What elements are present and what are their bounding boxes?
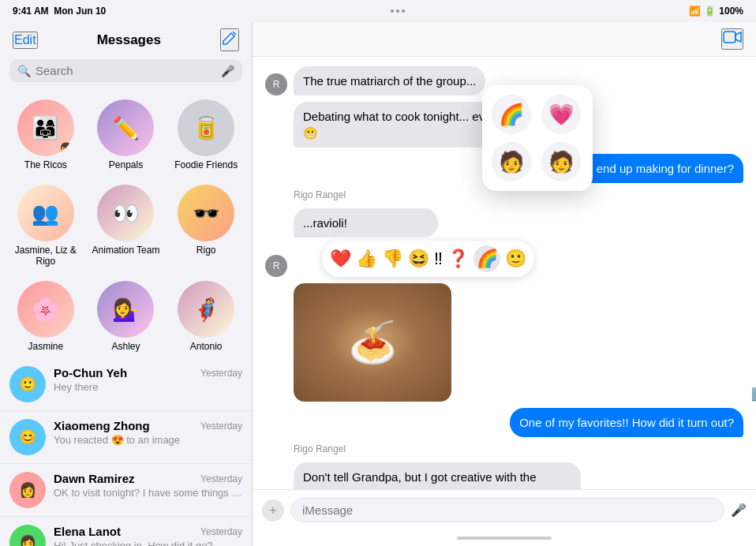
- conv-time-dawn: Yesterday: [200, 473, 242, 484]
- conv-item-dawn[interactable]: 👩 Dawn Ramirez Yesterday OK to visit ton…: [0, 464, 252, 517]
- conv-info-xiaomeng: Xiaomeng Zhong Yesterday You reacted 😍 t…: [54, 419, 242, 446]
- msg-bubble-ravioli: ...ravioli!: [294, 208, 438, 237]
- pinned-name-antonio: Antonio: [190, 341, 223, 352]
- sender-label-grandpa: Rigo Rangel: [294, 443, 743, 454]
- app-container: Edit Messages 🔍 🎤 👨‍👩‍👧 👦: [0, 22, 756, 546]
- tapback-exclaim[interactable]: ‼️: [434, 249, 443, 269]
- msg-row-image: 🍝 ⬆️: [265, 283, 743, 402]
- pinned-name-jasmine: Jasmine: [28, 341, 63, 352]
- conv-time-pochun: Yesterday: [200, 368, 242, 379]
- pinned-item-antonio[interactable]: 🦸 Antonio: [167, 275, 245, 358]
- conv-name-xiaomeng: Xiaomeng Zhong: [54, 419, 150, 432]
- food-image-content: 🍝: [294, 283, 451, 402]
- pinned-avatar-rigo: 🕶️: [178, 185, 234, 241]
- wifi-icon: 📶: [689, 6, 701, 17]
- conv-item-elena[interactable]: 👩 Elena Lanot Yesterday Hi! Just checkin…: [0, 517, 252, 546]
- conv-item-pochun[interactable]: 🙂 Po-Chun Yeh Yesterday Hey there: [0, 358, 252, 411]
- tapback-thumbsdown[interactable]: 👎: [382, 249, 403, 269]
- pinned-item-ashley[interactable]: 💁‍♀️ Ashley: [87, 275, 166, 358]
- imessage-input[interactable]: [290, 498, 724, 522]
- conv-item-xiaomeng[interactable]: 😊 Xiaomeng Zhong Yesterday You reacted 😍…: [0, 411, 252, 464]
- svg-rect-0: [724, 32, 735, 43]
- conv-preview-xiaomeng: You reacted 😍 to an image: [54, 434, 242, 446]
- status-time: 9:41 AM Mon Jun 10: [13, 6, 106, 17]
- pinned-item-jasmine[interactable]: 🌸 Jasmine: [6, 275, 85, 358]
- conversation-list: 🙂 Po-Chun Yeh Yesterday Hey there 😊 Xiao…: [0, 358, 252, 546]
- pinned-item-animation[interactable]: 👀 Animation Team: [87, 178, 166, 273]
- conv-time-xiaomeng: Yesterday: [200, 421, 242, 432]
- search-input[interactable]: [36, 64, 216, 77]
- share-icon[interactable]: ⬆️: [751, 387, 756, 402]
- home-indicator: [253, 530, 756, 546]
- sidebar-header: Edit Messages: [0, 22, 252, 54]
- plus-button[interactable]: +: [262, 499, 284, 522]
- msg-avatar-rigo: R: [265, 73, 287, 95]
- conv-preview-pochun: Hey there: [54, 381, 242, 393]
- msg-row-6: R Don't tell Grandpa, but I got creative…: [265, 462, 743, 489]
- status-indicators: 📶 🔋 100%: [689, 6, 743, 17]
- reaction-person2[interactable]: 🧑: [541, 142, 581, 181]
- pinned-name-ricos: The Ricos: [24, 159, 67, 170]
- pinned-name-foodie: Foodie Friends: [174, 159, 238, 170]
- msg-bubble-5: One of my favorites!! How did it turn ou…: [510, 408, 743, 437]
- battery-icon: 🔋: [704, 6, 716, 17]
- conv-info-elena: Elena Lanot Yesterday Hi! Just checking …: [54, 525, 242, 546]
- pinned-item-rigo[interactable]: 🕶️ Rigo: [167, 178, 245, 273]
- pinned-avatar-jasmine: 🌸: [17, 281, 74, 338]
- pinned-avatar-animation: 👀: [97, 185, 154, 241]
- tapback-question[interactable]: ❓: [447, 249, 469, 269]
- pinned-name-rigo: Rigo: [196, 245, 216, 256]
- msg-row-5: One of my favorites!! How did it turn ou…: [265, 408, 743, 437]
- conv-preview-elena: Hi! Just checking in. How did it go?: [54, 540, 242, 546]
- conv-avatar-xiaomeng: 😊: [9, 419, 46, 455]
- pinned-avatar-antonio: 🦸: [178, 281, 234, 338]
- conv-info-dawn: Dawn Ramirez Yesterday OK to visit tonig…: [54, 472, 242, 499]
- chat-header: [253, 22, 756, 57]
- pinned-item-foodie[interactable]: 🥫 Foodie Friends: [167, 93, 245, 177]
- pinned-item-jasmine-liz[interactable]: 👥 Jasmine, Liz & Rigo: [6, 178, 85, 273]
- pinned-name-animation: Animation Team: [92, 245, 160, 256]
- reaction-popup[interactable]: 🌈 💗 🧑 🧑: [482, 85, 593, 191]
- pinned-contacts-grid: 👨‍👩‍👧 👦 The Ricos ✏️ Penpals 🥫 Foodie Fr…: [0, 87, 252, 358]
- edit-button[interactable]: Edit: [13, 32, 38, 49]
- pinned-avatar-jasmine-liz: 👥: [17, 185, 74, 241]
- pinned-name-penpals: Penpals: [109, 159, 143, 170]
- reaction-heart[interactable]: 💗: [541, 95, 581, 134]
- status-center-dots: [391, 9, 405, 13]
- msg-image-food: 🍝: [294, 283, 451, 402]
- tapback-heart[interactable]: ❤️: [330, 249, 351, 269]
- conv-avatar-elena: 👩: [9, 525, 46, 546]
- msg-bubble-1: The true matriarch of the group...: [294, 66, 485, 95]
- msg-row-4: R ...ravioli! ❤️ 👍 👎 😆 ‼️ ❓ 🌈: [265, 208, 743, 277]
- mic-icon: 🎤: [221, 65, 234, 77]
- home-bar: [457, 537, 552, 540]
- pinned-avatar-ashley: 💁‍♀️: [97, 281, 154, 338]
- status-bar: 9:41 AM Mon Jun 10 📶 🔋 100%: [0, 0, 756, 22]
- tapback-haha[interactable]: 😆: [408, 249, 429, 269]
- conv-avatar-dawn: 👩: [9, 472, 46, 508]
- compose-button[interactable]: [220, 28, 239, 51]
- chat-area: 🌈 💗 🧑 🧑 R The true matriarch of the grou…: [253, 22, 756, 546]
- msg-bubble-grandpa: Don't tell Grandpa, but I got creative w…: [294, 462, 581, 489]
- video-call-button[interactable]: [721, 28, 743, 50]
- sidebar: Edit Messages 🔍 🎤 👨‍👩‍👧 👦: [0, 22, 253, 546]
- conv-avatar-pochun: 🙂: [9, 366, 46, 402]
- search-bar[interactable]: 🔍 🎤: [9, 59, 242, 82]
- mic-button[interactable]: 🎤: [731, 503, 747, 518]
- msg-avatar-rigo-2: R: [265, 255, 287, 277]
- reaction-rainbow[interactable]: 🌈: [492, 95, 531, 134]
- tapback-smiley[interactable]: 🙂: [505, 249, 526, 269]
- tapback-rainbow-selected[interactable]: 🌈: [473, 245, 500, 272]
- conv-preview-dawn: OK to visit tonight? I have some things …: [54, 487, 242, 499]
- tapback-thumbsup[interactable]: 👍: [356, 249, 377, 269]
- conv-info-pochun: Po-Chun Yeh Yesterday Hey there: [54, 366, 242, 393]
- search-icon: 🔍: [17, 65, 31, 77]
- pinned-avatar-foodie: 🥫: [178, 99, 234, 156]
- reaction-person1[interactable]: 🧑: [492, 142, 531, 181]
- tapback-row: ❤️ 👍 👎 😆 ‼️ ❓ 🌈 🙂: [322, 241, 534, 277]
- sender-label-ravioli: Rigo Rangel: [294, 189, 743, 200]
- pinned-item-penpals[interactable]: ✏️ Penpals: [87, 93, 166, 177]
- pinned-item-ricos[interactable]: 👨‍👩‍👧 👦 The Ricos: [6, 93, 85, 177]
- conv-name-elena: Elena Lanot: [54, 525, 121, 538]
- conv-name-pochun: Po-Chun Yeh: [54, 366, 127, 380]
